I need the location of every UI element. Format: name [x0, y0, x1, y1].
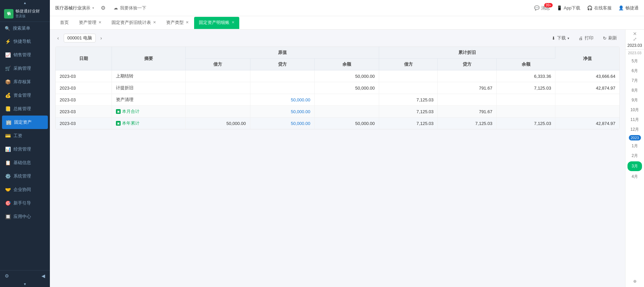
timeline-month-6[interactable]: 6月: [625, 66, 644, 76]
timeline-month-1[interactable]: 1月: [625, 141, 644, 151]
table-row: 2023-03 计提折旧 50,000.00 791.67 7,125.03 4…: [56, 82, 619, 94]
tab-asset-type[interactable]: 资产类型 ✕: [161, 17, 193, 29]
cell-yuanzhi-debit: 50,000.00: [186, 118, 250, 129]
timeline-month-2[interactable]: 2月: [625, 151, 644, 161]
cell-leiji-debit: 7,125.03: [379, 106, 437, 118]
sidebar-item-funds[interactable]: 💰 资金管理: [0, 89, 50, 102]
customer-service-button[interactable]: 🎧 在线客服: [587, 5, 612, 11]
cell-summary: ▣本月合计: [112, 106, 186, 118]
timeline-month-11[interactable]: 11月: [625, 115, 644, 125]
cell-yuanzhi-credit: 50,000.00: [250, 94, 314, 106]
tab-asset-detail-close[interactable]: ✕: [232, 20, 235, 25]
tab-depreciation-table-close[interactable]: ✕: [153, 20, 156, 25]
cell-yuanzhi-credit: 50,000.00: [250, 106, 314, 118]
table-row: 2023-03 ▣本月合计 50,000.00 7,125.03 791.67: [56, 106, 619, 118]
message-badge: 99+: [544, 3, 552, 7]
timeline-month-5[interactable]: 5月: [625, 56, 644, 66]
logo-icon: 畅: [4, 9, 13, 19]
timeline-panel: ✕ ⤢ 2023.03 2023.03 5月 6月 7月 8月 9月 10月 1…: [625, 30, 644, 287]
timeline-year-badge[interactable]: 2023: [629, 135, 641, 140]
cell-leiji-balance: 7,125.03: [496, 118, 555, 129]
refresh-button[interactable]: ↻ 刷新: [600, 34, 620, 42]
sidebar-item-basic-info[interactable]: 📋 基础信息: [0, 156, 50, 169]
tab-asset-mgmt[interactable]: 资产管理 ✕: [74, 17, 106, 29]
topbar: 医疗器械行业演示 ▾ ⚙ ☁ 我要体验一下 💬 消息 99+ 📱 App下载 🎧…: [50, 0, 644, 16]
topbar-settings-icon[interactable]: ⚙: [101, 5, 105, 11]
timeline-month-8[interactable]: 8月: [625, 86, 644, 95]
sidebar-item-operations[interactable]: 📊 经营管理: [0, 142, 50, 156]
sidebar-item-quick-nav[interactable]: ⚡ 快捷导航: [0, 35, 50, 48]
experience-button[interactable]: ☁ 我要体验一下: [114, 5, 146, 11]
cell-yuanzhi-balance: 50,000.00: [314, 70, 379, 82]
timeline-month-3[interactable]: 3月: [627, 161, 642, 171]
messages-button[interactable]: 💬 消息 99+: [534, 5, 550, 11]
download-button[interactable]: ⬇ 下载 ▾: [549, 34, 572, 42]
tab-depreciation-table[interactable]: 固定资产折旧统计表 ✕: [107, 17, 161, 29]
sidebar-item-ledger[interactable]: 📒 总账管理: [0, 102, 50, 116]
sidebar-item-sales[interactable]: 📈 销售管理: [0, 48, 50, 62]
cell-yuanzhi-balance: 50,000.00: [314, 118, 379, 129]
refresh-icon: ↻: [603, 36, 607, 41]
purchase-icon: 🛒: [5, 65, 11, 71]
sidebar-item-fixed-assets[interactable]: 🏢 固定资产: [2, 116, 48, 129]
cell-yuanzhi-balance: [314, 106, 379, 118]
app-download-button[interactable]: 📱 App下载: [557, 5, 580, 11]
prev-record-button[interactable]: ‹: [55, 35, 61, 41]
panel-close-button[interactable]: ✕: [633, 31, 637, 36]
detail-table: 日期 摘要 原值 累计折旧 净值 借方 贷方 余额 借方 贷方 余额: [56, 47, 619, 129]
timeline-month-7[interactable]: 7月: [625, 76, 644, 86]
timeline-month-12[interactable]: 12月: [625, 125, 644, 134]
topbar-right: 💬 消息 99+ 📱 App下载 🎧 在线客服 👤 畅捷通: [534, 5, 639, 11]
collapse-sidebar-icon[interactable]: ◀: [41, 273, 45, 279]
tab-asset-type-close[interactable]: ✕: [186, 20, 189, 25]
next-record-button[interactable]: ›: [98, 35, 104, 41]
tabs-bar: 首页 资产管理 ✕ 固定资产折旧统计表 ✕ 资产类型 ✕ 固定资产明细账 ✕: [50, 16, 644, 30]
col-leiji-credit: 贷方: [438, 59, 496, 70]
experience-icon: ☁: [114, 5, 118, 10]
sidebar-item-inventory[interactable]: 📦 库存核算: [0, 75, 50, 89]
timeline-month-9[interactable]: 9月: [625, 95, 644, 105]
operations-icon: 📊: [5, 146, 11, 152]
logo-text: 畅捷通好业财 普及版: [16, 9, 40, 19]
tab-asset-detail[interactable]: 固定资产明细账 ✕: [194, 17, 239, 29]
col-leiji-balance: 余额: [496, 59, 555, 70]
sidebar-footer: ⚙ ◀: [0, 270, 50, 281]
cell-leiji-credit: [438, 70, 496, 82]
user-profile-button[interactable]: 👤 畅捷通: [618, 5, 639, 11]
cell-date: 2023-03: [56, 106, 112, 118]
sidebar-item-purchase[interactable]: 🛒 采购管理: [0, 62, 50, 75]
col-net-value: 净值: [555, 47, 619, 70]
sidebar-item-app-center[interactable]: 🔲 应用中心: [0, 210, 50, 223]
settings-footer-icon[interactable]: ⚙: [5, 273, 9, 279]
company-selector[interactable]: 医疗器械行业演示 ▾: [55, 5, 94, 11]
sidebar-logo: 畅 畅捷通好业财 普及版: [0, 6, 50, 22]
sidebar-item-system[interactable]: ⚙️ 系统管理: [0, 169, 50, 183]
cell-yuanzhi-credit: [250, 70, 314, 82]
sidebar-item-guide[interactable]: 🎯 新手引导: [0, 196, 50, 210]
funds-icon: 💰: [5, 92, 11, 98]
cell-net-value: [555, 94, 619, 106]
cell-leiji-debit: [379, 82, 437, 94]
cell-summary: 上期结转: [112, 70, 186, 82]
download-dropdown-icon: ▾: [568, 36, 569, 40]
search-menu[interactable]: 🔍 搜索菜单: [0, 22, 50, 35]
panel-expand-button[interactable]: ⤢: [633, 36, 637, 42]
timeline-month-4[interactable]: 4月: [625, 172, 644, 182]
cell-leiji-balance: [496, 106, 555, 118]
record-id-display: 000001 电脑: [64, 34, 96, 42]
sidebar-scroll-down[interactable]: ▼: [0, 281, 50, 287]
sidebar-item-enterprise[interactable]: 🤝 企业协同: [0, 183, 50, 196]
tab-home[interactable]: 首页: [55, 17, 73, 29]
cell-leiji-credit: 791.67: [438, 82, 496, 94]
col-leiji-debit: 借方: [379, 59, 437, 70]
cell-leiji-debit: [379, 70, 437, 82]
cell-yuanzhi-balance: 50,000.00: [314, 82, 379, 94]
sidebar-scroll-up[interactable]: ▲: [0, 0, 50, 6]
timeline-scroll-down-btn[interactable]: ⊕: [633, 277, 637, 286]
sidebar-item-payroll[interactable]: 💳 工资: [0, 129, 50, 142]
print-button[interactable]: 🖨 打印: [576, 34, 596, 42]
fixed-assets-icon: 🏢: [5, 119, 11, 125]
action-buttons: ⬇ 下载 ▾ 🖨 打印 ↻ 刷新: [549, 34, 620, 42]
tab-asset-mgmt-close[interactable]: ✕: [98, 20, 101, 25]
timeline-month-10[interactable]: 10月: [625, 105, 644, 115]
